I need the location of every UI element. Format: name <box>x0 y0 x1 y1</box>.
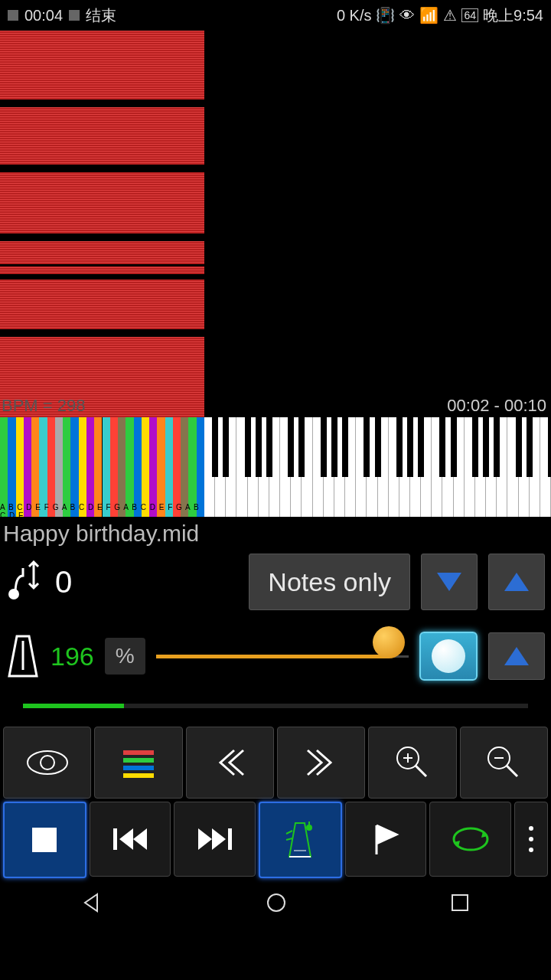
colored-key[interactable] <box>197 417 204 517</box>
black-key[interactable] <box>527 417 533 477</box>
colored-key[interactable] <box>142 417 149 517</box>
colored-key[interactable] <box>63 417 70 517</box>
colored-key[interactable] <box>110 417 118 517</box>
colored-key[interactable] <box>24 417 31 517</box>
colored-key[interactable] <box>157 417 165 517</box>
arrow-up-icon <box>504 647 529 665</box>
more-vert-icon <box>527 824 535 854</box>
colored-key[interactable] <box>103 417 110 517</box>
transpose-down-button[interactable] <box>421 554 478 610</box>
colored-key[interactable] <box>16 417 24 517</box>
zoom-in-button[interactable] <box>368 727 456 799</box>
black-key[interactable] <box>212 417 218 477</box>
net-speed: 0 K/s <box>337 7 372 24</box>
black-key[interactable] <box>266 417 272 477</box>
loop-button[interactable] <box>429 802 511 877</box>
colored-key[interactable] <box>86 417 94 517</box>
system-nav-bar <box>0 881 551 923</box>
recent-button[interactable] <box>451 893 469 912</box>
black-key[interactable] <box>451 417 457 477</box>
black-key[interactable] <box>494 417 500 477</box>
midi-waterfall[interactable]: BPM = 298 00:02 - 00:10 <box>0 31 551 417</box>
tracks-button[interactable] <box>94 727 182 799</box>
eye-icon: 👁 <box>399 7 415 24</box>
bpm-label: BPM = 298 <box>2 396 85 416</box>
colored-key[interactable] <box>79 417 86 517</box>
svg-line-13 <box>507 766 517 776</box>
black-key[interactable] <box>516 417 522 477</box>
black-key[interactable] <box>483 417 489 477</box>
tracks-icon <box>122 747 155 778</box>
skip-back-icon <box>112 825 148 853</box>
svg-rect-5 <box>123 758 154 763</box>
black-key[interactable] <box>256 417 262 477</box>
colored-key[interactable] <box>181 417 188 517</box>
black-key[interactable] <box>375 417 381 477</box>
colored-key[interactable] <box>70 417 78 517</box>
colored-key[interactable] <box>118 417 126 517</box>
skip-forward-button[interactable] <box>174 802 256 877</box>
practice-mode-button[interactable] <box>259 802 342 878</box>
black-key[interactable] <box>472 417 478 477</box>
home-button[interactable] <box>266 893 286 913</box>
zoom-in-icon <box>394 744 431 781</box>
more-button[interactable] <box>514 802 548 877</box>
black-key[interactable] <box>418 417 424 477</box>
colored-key[interactable] <box>94 417 102 517</box>
note-block <box>0 241 204 264</box>
colored-key[interactable] <box>0 417 8 517</box>
note-block <box>0 279 204 329</box>
view-button[interactable] <box>3 727 91 799</box>
black-key[interactable] <box>342 417 348 477</box>
slider-thumb[interactable] <box>373 626 405 658</box>
black-key[interactable] <box>439 417 445 477</box>
eye-icon <box>26 747 69 778</box>
colored-key[interactable] <box>39 417 47 517</box>
black-key[interactable] <box>288 417 294 477</box>
colored-key[interactable] <box>47 417 55 517</box>
svg-line-9 <box>416 766 426 776</box>
black-key[interactable] <box>407 417 413 477</box>
alert-icon: ⚠ <box>443 6 457 24</box>
colored-key[interactable] <box>126 417 133 517</box>
forward-button[interactable] <box>277 727 365 799</box>
black-key[interactable] <box>331 417 337 477</box>
note-block <box>0 31 204 100</box>
colored-key[interactable] <box>55 417 63 517</box>
zoom-out-button[interactable] <box>460 727 548 799</box>
black-key[interactable] <box>321 417 327 477</box>
skip-back-button[interactable] <box>90 802 171 877</box>
black-key[interactable] <box>298 417 305 477</box>
black-key[interactable] <box>364 417 370 477</box>
clock: 晚上9:54 <box>483 5 543 26</box>
autoplay-toggle[interactable] <box>419 632 478 681</box>
loop-icon <box>451 824 491 854</box>
black-key[interactable] <box>548 417 551 477</box>
black-key[interactable] <box>245 417 251 477</box>
colored-key[interactable] <box>165 417 173 517</box>
tempo-unit-button[interactable]: % <box>105 638 145 675</box>
vibrate-icon: 📳 <box>376 6 395 24</box>
marker-button[interactable] <box>345 802 427 877</box>
progress-bar[interactable] <box>23 704 528 708</box>
colored-key[interactable] <box>31 417 39 517</box>
colored-key[interactable] <box>149 417 157 517</box>
tempo-up-button[interactable] <box>488 632 545 680</box>
notes-mode-button[interactable]: Notes only <box>249 554 410 610</box>
piano-keyboard[interactable]: A B C D E F G A B C D E F G A B C D E F … <box>0 417 551 517</box>
black-key[interactable] <box>223 417 229 477</box>
colored-key[interactable] <box>8 417 15 517</box>
colored-key[interactable] <box>188 417 196 517</box>
rewind-button[interactable] <box>186 727 274 799</box>
colored-key[interactable] <box>134 417 142 517</box>
transpose-up-button[interactable] <box>488 554 545 610</box>
back-button[interactable] <box>82 893 102 913</box>
stop-button[interactable] <box>3 802 86 878</box>
black-key[interactable] <box>396 417 403 477</box>
note-block <box>0 107 204 165</box>
white-keys[interactable] <box>204 417 551 517</box>
tempo-slider[interactable] <box>156 641 409 671</box>
colored-keys[interactable]: A B C D E F G A B C D E F G A B C D E F … <box>0 417 204 517</box>
svg-rect-15 <box>32 828 57 852</box>
colored-key[interactable] <box>173 417 181 517</box>
